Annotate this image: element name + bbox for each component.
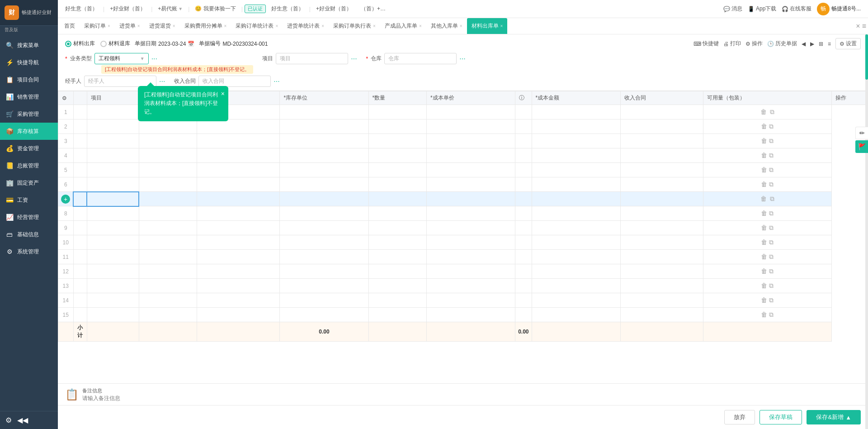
settings-btn[interactable]: ⚙ 设置 bbox=[835, 38, 861, 49]
sidebar-item-finance[interactable]: 💰 资金管理 bbox=[0, 140, 58, 157]
settings-icon[interactable]: ⚙ bbox=[5, 416, 12, 424]
copy-icon[interactable]: ⧉ bbox=[769, 238, 774, 246]
topbar-item-haoshengyi[interactable]: 好生意（首） bbox=[61, 4, 101, 14]
delete-icon[interactable]: 🗑 bbox=[761, 311, 767, 318]
sidebar-item-search[interactable]: 🔍 搜索菜单 bbox=[0, 37, 58, 54]
handler-dots[interactable]: ··· bbox=[159, 77, 165, 86]
close-purchase-return[interactable]: × bbox=[173, 24, 175, 29]
close-purchase-in[interactable]: × bbox=[137, 24, 140, 29]
sidebar-item-nav[interactable]: ⚡ 快捷导航 bbox=[0, 54, 58, 71]
income-contract-input[interactable]: 收入合同 bbox=[198, 76, 271, 87]
copy-icon[interactable]: ⧉ bbox=[769, 137, 774, 144]
close-purchase-stat[interactable]: × bbox=[275, 24, 278, 29]
topbar-online-service[interactable]: 🎧 在线客服 bbox=[782, 5, 811, 13]
side-edit-icon[interactable]: ✏ bbox=[855, 127, 868, 139]
sidebar-item-sales[interactable]: 📊 销售管理 bbox=[0, 88, 58, 105]
view-list-icon[interactable]: ≡ bbox=[828, 41, 831, 47]
tab-purchase-in[interactable]: 进货单 × bbox=[115, 18, 145, 34]
tab-home[interactable]: 首页 bbox=[60, 18, 80, 34]
nav2-close-all[interactable]: × bbox=[856, 22, 860, 30]
sidebar-item-purchase[interactable]: 🛒 采购管理 bbox=[0, 105, 58, 123]
copy-icon[interactable]: ⧉ bbox=[769, 253, 774, 260]
close-purchase-expense[interactable]: × bbox=[224, 24, 227, 29]
view-grid-icon[interactable]: ⊞ bbox=[819, 41, 823, 47]
delete-icon[interactable]: 🗑 bbox=[761, 238, 767, 246]
add-row-button[interactable]: + bbox=[61, 195, 70, 204]
sidebar-item-fixed-assets[interactable]: 🏢 固定资产 bbox=[0, 174, 58, 191]
bill-no-value[interactable]: MD-20230324-001 bbox=[222, 41, 268, 47]
copy-icon[interactable]: ⧉ bbox=[769, 282, 774, 289]
radio-material-return[interactable]: 材料退库 bbox=[100, 40, 130, 48]
delete-icon[interactable]: 🗑 bbox=[761, 181, 767, 188]
calendar-icon[interactable]: 📅 bbox=[188, 41, 194, 47]
save-new-button[interactable]: 保存&新增 ▲ bbox=[807, 410, 861, 424]
business-type-dots[interactable]: ··· bbox=[151, 55, 157, 63]
row-project-cell[interactable] bbox=[73, 105, 87, 119]
tab-product-in[interactable]: 产成品入库单 × bbox=[380, 18, 426, 34]
delete-icon[interactable]: 🗑 bbox=[761, 282, 767, 289]
tab-purchase-order[interactable]: 采购订单 × bbox=[80, 18, 115, 34]
row-cost-cell[interactable] bbox=[368, 105, 427, 119]
delete-icon[interactable]: 🗑 bbox=[761, 267, 767, 275]
topbar-app-download[interactable]: 📱 App下载 bbox=[748, 5, 776, 13]
close-purchase-order[interactable]: × bbox=[108, 24, 110, 29]
copy-icon[interactable]: ⧉ bbox=[769, 210, 774, 217]
row-income-cell[interactable] bbox=[532, 105, 620, 119]
tab-in-stat[interactable]: 进货单统计表 × bbox=[283, 18, 329, 34]
warehouse-input[interactable]: 仓库 bbox=[384, 53, 457, 64]
delete-icon[interactable]: 🗑 bbox=[761, 210, 767, 217]
close-material-out[interactable]: × bbox=[500, 24, 503, 29]
copy-icon[interactable]: ⧉ bbox=[770, 195, 774, 202]
sidebar-item-project[interactable]: 📋 项目合同 bbox=[0, 71, 58, 88]
tab-material-out[interactable]: 材料出库单 × bbox=[467, 18, 508, 34]
row-qty-cell[interactable] bbox=[280, 105, 368, 119]
sidebar-item-system[interactable]: ⚙ 系统管理 bbox=[0, 243, 58, 260]
th-gear[interactable]: ⚙ bbox=[58, 91, 74, 105]
delete-icon[interactable]: 🗑 bbox=[760, 195, 767, 202]
delete-icon[interactable]: 🗑 bbox=[761, 166, 767, 173]
delete-icon[interactable]: 🗑 bbox=[760, 108, 767, 115]
nav-prev[interactable]: ◀ bbox=[802, 41, 806, 47]
topbar-item-haoyecai[interactable]: +好业财（首） bbox=[106, 4, 149, 14]
tab-purchase-return[interactable]: 进货退货 × bbox=[145, 18, 180, 34]
tab-purchase-exec[interactable]: 采购订单执行表 × bbox=[329, 18, 380, 34]
date-value[interactable]: 2023-03-24 bbox=[158, 41, 186, 47]
sidebar-item-basic[interactable]: 🗃 基础信息 bbox=[0, 226, 58, 243]
copy-icon[interactable]: ⧉ bbox=[769, 296, 774, 304]
copy-icon[interactable]: ⧉ bbox=[770, 108, 774, 115]
copy-icon[interactable]: ⧉ bbox=[769, 267, 774, 275]
business-type-input[interactable]: 工程领料 ▼ bbox=[94, 53, 149, 64]
copy-icon[interactable]: ⧉ bbox=[769, 311, 774, 318]
tab-purchase-expense[interactable]: 采购费用分摊单 × bbox=[180, 18, 231, 34]
topbar-item-more[interactable]: （首）+… bbox=[357, 4, 389, 14]
tab-other-in[interactable]: 其他入库单 × bbox=[426, 18, 467, 34]
sidebar-item-inventory[interactable]: 📦 库存核算 bbox=[0, 123, 58, 140]
copy-icon[interactable]: ⧉ bbox=[769, 224, 774, 231]
topbar-item-experience[interactable]: 😊 我要体验一下 bbox=[191, 4, 239, 14]
close-in-stat[interactable]: × bbox=[321, 24, 324, 29]
topbar-item-yidaizhang[interactable]: +易代账 ▼ bbox=[154, 4, 186, 14]
add-row-col1[interactable] bbox=[73, 192, 87, 206]
copy-icon[interactable]: ⧉ bbox=[769, 166, 774, 173]
topbar-item-haoshengyi2[interactable]: 好生意（首） bbox=[268, 4, 307, 14]
delete-icon[interactable]: 🗑 bbox=[761, 152, 767, 159]
copy-icon[interactable]: ⧉ bbox=[769, 152, 774, 159]
close-other-in[interactable]: × bbox=[460, 24, 462, 29]
sidebar-item-accounting[interactable]: 📒 总账管理 bbox=[0, 157, 58, 174]
project-dots[interactable]: ··· bbox=[351, 55, 357, 63]
save-draft-button[interactable]: 保存草稿 bbox=[760, 410, 802, 424]
tab-purchase-stat[interactable]: 采购订单统计表 × bbox=[231, 18, 283, 34]
delete-icon[interactable]: 🗑 bbox=[761, 253, 767, 260]
sidebar-item-business[interactable]: 📈 经营管理 bbox=[0, 209, 58, 226]
collapse-icon[interactable]: ◀◀ bbox=[17, 416, 28, 424]
delete-icon[interactable]: 🗑 bbox=[761, 123, 767, 130]
nav-next[interactable]: ▶ bbox=[810, 41, 814, 47]
scrollbar-track[interactable] bbox=[865, 34, 868, 429]
income-contract-dots[interactable]: ··· bbox=[274, 77, 279, 86]
topbar-message[interactable]: 💬 消息 bbox=[723, 5, 742, 13]
row-cost-amount-cell[interactable] bbox=[515, 105, 532, 119]
side-flag-icon[interactable]: 🚩 bbox=[855, 140, 868, 153]
copy-icon[interactable]: ⧉ bbox=[769, 181, 774, 188]
topbar-user[interactable]: 畅 畅捷通8号... bbox=[817, 3, 861, 15]
warehouse-dots[interactable]: ··· bbox=[459, 55, 465, 63]
